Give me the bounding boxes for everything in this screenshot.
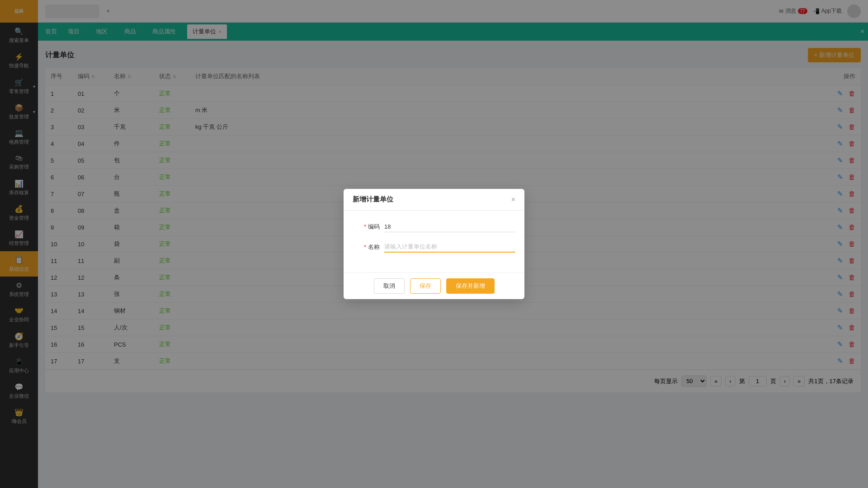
name-label: 名称 bbox=[353, 243, 380, 251]
modal-title: 新增计量单位 bbox=[353, 195, 393, 204]
code-input[interactable] bbox=[384, 221, 515, 232]
add-unit-modal: 新增计量单位 × 编码 名称 取消 保存 保存并新增 bbox=[344, 189, 524, 299]
cancel-button[interactable]: 取消 bbox=[374, 278, 405, 294]
modal-footer: 取消 保存 保存并新增 bbox=[344, 272, 524, 299]
name-input[interactable] bbox=[384, 241, 515, 253]
code-label: 编码 bbox=[353, 223, 380, 231]
form-row-name: 名称 bbox=[353, 241, 515, 253]
modal-header: 新增计量单位 × bbox=[344, 189, 524, 211]
modal-body: 编码 名称 bbox=[344, 211, 524, 272]
save-and-new-button[interactable]: 保存并新增 bbox=[446, 278, 495, 294]
save-button[interactable]: 保存 bbox=[410, 278, 441, 294]
form-row-code: 编码 bbox=[353, 221, 515, 232]
modal-overlay: 新增计量单位 × 编码 名称 取消 保存 保存并新增 bbox=[0, 0, 868, 488]
modal-close-btn[interactable]: × bbox=[511, 196, 515, 204]
